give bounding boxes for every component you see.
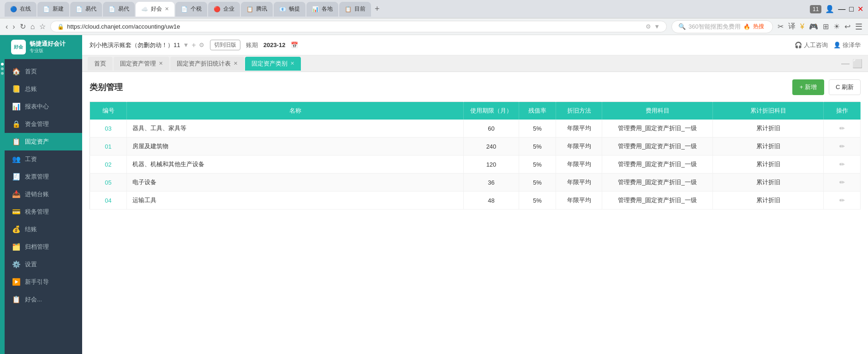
browser-tab-tax[interactable]: 📄 个税 — [175, 2, 207, 17]
scissors-icon[interactable]: ✂ — [778, 22, 784, 31]
headset-icon: 🎧 — [795, 42, 802, 48]
game-icon[interactable]: 🎮 — [809, 22, 818, 31]
tab-label-3: 易代 — [118, 5, 129, 13]
maximize-icon[interactable]: □ — [849, 5, 854, 13]
browser-tab-yidai1[interactable]: 📄 易代 — [70, 2, 102, 17]
tab-fixed-asset-mgmt[interactable]: 固定资产管理 ✕ — [114, 57, 169, 71]
sidebar-item-purchase-sales[interactable]: 📥 进销台账 — [5, 186, 82, 203]
forward-button[interactable]: › — [12, 23, 15, 31]
sun-icon[interactable]: ☀ — [833, 22, 840, 31]
user-avatar-icon: 👤 — [833, 42, 841, 48]
tab-close-depreciation[interactable]: ✕ — [233, 60, 238, 66]
edit-button-4[interactable]: ✏ — [839, 197, 845, 204]
cell-method-1: 年限平均 — [556, 138, 602, 156]
sidebar-item-tax[interactable]: 💳 税务管理 — [5, 203, 82, 221]
sidebar-item-general-ledger[interactable]: 📒 总账 — [5, 80, 82, 98]
tab-home[interactable]: 首页 — [88, 57, 113, 71]
search-box[interactable]: 🔍 360智能抠图免费用 🔥 热搜 — [671, 20, 773, 33]
tab-close-category[interactable]: ✕ — [290, 60, 294, 66]
tab-depreciation-stats[interactable]: 固定资产折旧统计表 ✕ — [170, 57, 244, 71]
home-icon: 🏠 — [12, 67, 20, 76]
table-header: 编号 名称 使用期限（月） 残值率 折旧方法 费用科目 累计折旧科目 操作 — [90, 102, 861, 120]
tab-label-4: 好会 — [151, 5, 162, 13]
sidebar-item-settings[interactable]: ⚙️ 设置 — [5, 256, 82, 273]
cell-id-1[interactable]: 01 — [90, 138, 127, 156]
address-dropdown-icon[interactable]: ▼ — [654, 23, 660, 30]
sidebar-item-haohui-extra[interactable]: 📋 好会... — [5, 291, 82, 308]
tab-home-label: 首页 — [94, 60, 106, 68]
menu-icon[interactable]: ☰ — [855, 22, 862, 32]
browser-tab-yidai2[interactable]: 📄 易代 — [103, 2, 135, 17]
calendar-icon[interactable]: 📅 — [291, 42, 298, 48]
service-label: 人工咨询 — [804, 41, 828, 49]
reload-button[interactable]: ↻ — [20, 22, 26, 31]
sidebar-item-home[interactable]: 🏠 首页 — [5, 63, 82, 80]
add-category-button[interactable]: + 新增 — [792, 79, 824, 95]
tab-close-4[interactable]: ✕ — [165, 6, 169, 12]
browser-tab-tencent[interactable]: 📋 腾讯 — [241, 2, 273, 17]
browser-tab-haohui[interactable]: ☁️ 好会 ✕ — [136, 2, 174, 17]
browser-tab-online[interactable]: 🔵 在线 — [5, 2, 36, 17]
plus-icon[interactable]: + — [192, 41, 196, 49]
sidebar-item-invoice[interactable]: 🧾 发票管理 — [5, 168, 82, 186]
sidebar-item-closing[interactable]: 💰 结账 — [5, 221, 82, 238]
address-bar[interactable]: 🔒 https://cloud.chanjet.com/accounting/u… — [50, 21, 667, 32]
sidebar-item-fixed-assets[interactable]: 📋 固定资产 — [5, 133, 82, 150]
edit-button-2[interactable]: ✏ — [839, 161, 845, 168]
guide-icon: ▶️ — [12, 278, 20, 286]
cell-id-4[interactable]: 04 — [90, 192, 127, 210]
th-period: 使用期限（月） — [464, 102, 519, 120]
browser-tab-new[interactable]: 📄 新建 — [37, 2, 69, 17]
cell-expense-1: 管理费用_固定资产折旧_一级 — [602, 138, 713, 156]
sidebar-item-payroll[interactable]: 👥 工资 — [5, 150, 82, 168]
dropdown-icon[interactable]: ▼ — [183, 42, 189, 48]
tab-fixed-category[interactable]: 固定资产类别 ✕ — [245, 57, 301, 71]
sidebar-item-reports[interactable]: 📊 报表中心 — [5, 98, 82, 115]
minimize-icon[interactable]: — — [838, 5, 845, 13]
window-minimize-icon[interactable]: — — [841, 59, 850, 68]
grid-icon[interactable]: ⊞ — [823, 22, 829, 31]
cell-residual-3: 5% — [519, 174, 556, 192]
tab-close-fixed[interactable]: ✕ — [159, 60, 163, 66]
translate-icon[interactable]: 译 — [788, 22, 796, 31]
settings-topbar-icon[interactable]: ⚙ — [199, 42, 204, 48]
edit-button-3[interactable]: ✏ — [839, 179, 845, 186]
switch-version-btn[interactable]: 切到旧版 — [210, 40, 240, 50]
edit-button-0[interactable]: ✏ — [839, 125, 845, 132]
user-info: 刘小艳演示账套（勿删勿动！）11 ▼ + ⚙ — [90, 41, 204, 49]
refresh-button[interactable]: C 刷新 — [829, 79, 861, 95]
undo-icon[interactable]: ↩ — [844, 22, 850, 31]
tab-label-8: 畅提 — [289, 5, 300, 13]
yuan-icon[interactable]: ¥ — [800, 23, 804, 31]
close-icon[interactable]: ✕ — [857, 5, 863, 13]
window-maximize-icon[interactable]: ⬜ — [852, 59, 862, 69]
new-tab-button[interactable]: + — [375, 4, 380, 14]
sidebar-label-invoice: 发票管理 — [25, 173, 49, 181]
edit-button-1[interactable]: ✏ — [839, 143, 845, 150]
browser-profile-icon[interactable]: 👤 — [825, 5, 834, 13]
sidebar-item-archive[interactable]: 🗂️ 归档管理 — [5, 238, 82, 256]
strip-dot-1 — [1, 63, 4, 66]
cell-method-0: 年限平均 — [556, 120, 602, 138]
cell-residual-2: 5% — [519, 156, 556, 174]
back-button[interactable]: ‹ — [6, 23, 8, 31]
cell-id-3[interactable]: 05 — [90, 174, 127, 192]
browser-tab-changtui[interactable]: 📧 畅提 — [274, 2, 305, 17]
sidebar-item-funds[interactable]: 🔒 资金管理 — [5, 115, 82, 133]
cell-id-0[interactable]: 03 — [90, 120, 127, 138]
sidebar-item-guide[interactable]: ▶️ 新手引导 — [5, 273, 82, 291]
home-button[interactable]: ⌂ — [30, 23, 35, 31]
sidebar-label-fixed-assets: 固定资产 — [25, 138, 49, 146]
user-profile-btn[interactable]: 👤 徐泽华 — [833, 41, 861, 49]
sidebar-label-tax: 税务管理 — [25, 208, 49, 216]
service-btn[interactable]: 🎧 人工咨询 — [795, 41, 828, 49]
address-settings-icon: ⚙ — [646, 23, 651, 30]
browser-tab-muqian[interactable]: 📋 目前 — [339, 2, 371, 17]
th-action: 操作 — [824, 102, 861, 120]
browser-tab-enterprise[interactable]: 🔴 企业 — [208, 2, 240, 17]
sidebar-logo: 好会 畅捷通好会计 专业版 — [5, 35, 82, 59]
logo-icon: 好会 — [11, 40, 26, 54]
browser-tab-gedi[interactable]: 📊 各地 — [306, 2, 338, 17]
cell-id-2[interactable]: 02 — [90, 156, 127, 174]
bookmark-button[interactable]: ☆ — [39, 22, 46, 31]
